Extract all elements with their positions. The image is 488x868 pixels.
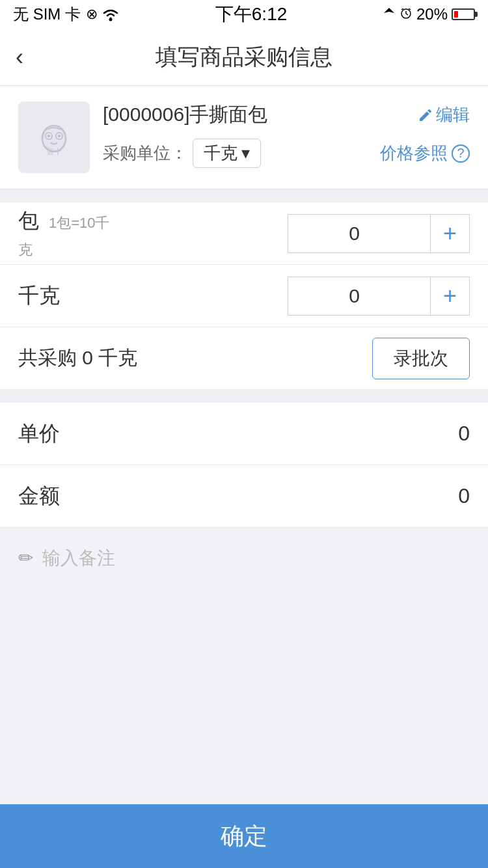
unit-label: 采购单位：: [103, 142, 187, 165]
help-icon: ?: [452, 144, 470, 163]
product-card: 智十 [0000006]手撕面包 编辑 采购单位： 千克 ▾ 价格参照: [0, 86, 488, 189]
svg-point-8: [58, 135, 61, 138]
product-full-name: [0000006]手撕面包: [103, 102, 267, 128]
wifi-icon: ⊗: [86, 6, 120, 23]
unit-price-label: 单价: [18, 420, 60, 448]
unit-select[interactable]: 千克 ▾: [193, 139, 261, 168]
quantity-section: 包 1包=10千克 + 千克 +: [0, 202, 488, 327]
location-icon: [383, 5, 396, 23]
status-bar: 无 SIM 卡 ⊗ 下午6:12 20%: [0, 0, 488, 29]
qty-plus-kg[interactable]: +: [431, 277, 470, 316]
svg-line-3: [406, 14, 408, 15]
svg-text:智十: 智十: [46, 147, 62, 156]
product-name-row: [0000006]手撕面包 编辑: [103, 102, 470, 128]
pencil-icon: ✏: [18, 547, 33, 569]
status-left: 无 SIM 卡 ⊗: [13, 4, 120, 25]
dropdown-arrow-icon: ▾: [241, 143, 250, 163]
price-row-amount: 金额 0: [0, 465, 488, 528]
note-section[interactable]: ✏ 输入备注: [0, 528, 488, 697]
total-label: 共采购 0 千克: [18, 345, 137, 372]
qty-label-kg: 千克: [18, 282, 122, 310]
back-button[interactable]: ‹: [16, 44, 23, 71]
no-sim-text: 无 SIM 卡: [13, 4, 81, 25]
section-divider-1: [0, 189, 488, 202]
qty-input-group-kg: +: [122, 277, 470, 316]
product-unit-row: 采购单位： 千克 ▾ 价格参照 ?: [103, 139, 470, 168]
svg-point-7: [47, 135, 51, 138]
record-batch-button[interactable]: 录批次: [372, 338, 470, 379]
page-title: 填写商品采购信息: [156, 42, 332, 72]
product-info: [0000006]手撕面包 编辑 采购单位： 千克 ▾ 价格参照 ?: [103, 102, 470, 168]
price-section: 单价 0 金额 0: [0, 403, 488, 528]
qty-plus-bag[interactable]: +: [431, 214, 470, 253]
status-time: 下午6:12: [215, 2, 288, 27]
amount-value: 0: [458, 484, 470, 508]
qty-label-bag: 包 1包=10千克: [18, 207, 122, 260]
status-right: 20%: [383, 5, 475, 23]
qty-input-kg[interactable]: [288, 277, 431, 316]
note-placeholder: 输入备注: [42, 546, 115, 571]
edit-button[interactable]: 编辑: [418, 103, 470, 126]
battery-percent: 20%: [416, 5, 448, 23]
qty-input-bag[interactable]: [288, 214, 431, 253]
nav-bar: ‹ 填写商品采购信息: [0, 29, 488, 86]
amount-label: 金额: [18, 482, 60, 511]
qty-input-group-bag: +: [122, 214, 470, 253]
svg-point-0: [109, 18, 113, 21]
quantity-row-kg: 千克 +: [0, 265, 488, 327]
alarm-icon: [400, 5, 413, 23]
section-divider-2: [0, 390, 488, 403]
quantity-row-bag: 包 1包=10千克 +: [0, 202, 488, 265]
price-reference-button[interactable]: 价格参照 ?: [380, 142, 470, 165]
product-image: 智十: [18, 102, 90, 173]
confirm-button[interactable]: 确定: [0, 804, 488, 868]
battery-icon: [452, 8, 475, 20]
price-row-unit: 单价 0: [0, 403, 488, 465]
unit-price-value: 0: [458, 422, 470, 446]
total-row: 共采购 0 千克 录批次: [0, 327, 488, 390]
